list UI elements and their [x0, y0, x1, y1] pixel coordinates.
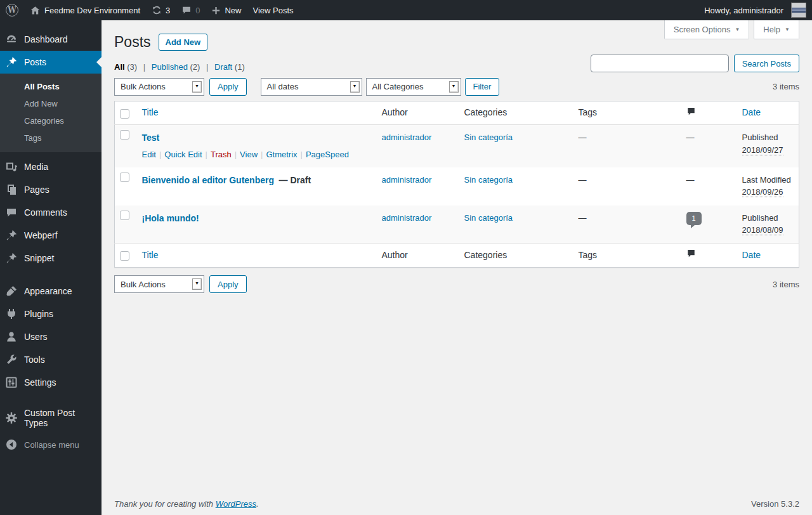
category-link[interactable]: Sin categoría	[464, 133, 513, 142]
sidebar-item-snippet[interactable]: Snippet	[0, 247, 102, 270]
search-input[interactable]	[591, 55, 729, 72]
bulk-actions-select[interactable]: Bulk Actions ▼	[114, 78, 204, 96]
brush-icon	[5, 285, 18, 297]
column-date-sort[interactable]: Date	[742, 250, 761, 260]
comments-menu[interactable]: 0	[176, 0, 206, 20]
column-author: Author	[382, 250, 408, 260]
pagespeed-link[interactable]: PageSpeed	[306, 150, 349, 159]
row-checkbox[interactable]	[120, 130, 129, 140]
my-account-menu[interactable]: Howdy, administrador	[698, 0, 812, 20]
sidebar-item-label: Plugins	[24, 309, 53, 319]
posts-submenu: All Posts Add New Categories Tags	[0, 74, 102, 152]
sidebar-item-label: Dashboard	[24, 34, 68, 44]
post-title-link[interactable]: ¡Hola mundo!	[142, 213, 199, 223]
bulk-actions-value: Bulk Actions	[121, 82, 166, 91]
new-content-menu[interactable]: New	[206, 0, 247, 20]
comments-column-icon[interactable]	[686, 249, 696, 258]
separator: |	[298, 150, 306, 159]
sidebar-item-dashboard[interactable]: Dashboard	[0, 28, 102, 51]
row-checkbox[interactable]	[120, 211, 129, 220]
sidebar-item-users[interactable]: Users	[0, 325, 102, 348]
dashboard-icon	[5, 33, 18, 46]
submenu-categories[interactable]: Categories	[0, 112, 102, 129]
collapse-menu-button[interactable]: Collapse menu	[0, 433, 102, 456]
submenu-add-new[interactable]: Add New	[0, 95, 102, 112]
site-name-menu[interactable]: Feedme Dev Environment	[24, 0, 146, 20]
view-link[interactable]: View	[240, 150, 258, 159]
author-link[interactable]: administrador	[382, 133, 432, 142]
sidebar-item-label: Tools	[24, 355, 45, 365]
table-row: Bienvenido al editor Gutenberg — Draft a…	[115, 167, 799, 205]
screen-options-button[interactable]: Screen Options ▼	[664, 20, 750, 39]
trash-link[interactable]: Trash	[211, 150, 232, 159]
add-new-button[interactable]: Add New	[159, 34, 208, 51]
author-link[interactable]: administrador	[382, 175, 432, 185]
search-posts-button[interactable]: Search Posts	[734, 55, 799, 72]
wp-logo-menu[interactable]: W	[0, 0, 24, 20]
comment-count-bubble[interactable]: 1	[686, 212, 702, 225]
sidebar-item-comments[interactable]: Comments	[0, 201, 102, 224]
column-date-sort[interactable]: Date	[742, 107, 761, 117]
column-author: Author	[382, 107, 408, 117]
chevron-down-icon: ▼	[785, 27, 790, 32]
post-title-link[interactable]: Test	[142, 133, 160, 143]
view-published-count: (2)	[190, 62, 200, 72]
site-name-label: Feedme Dev Environment	[44, 6, 140, 15]
quick-edit-link[interactable]: Quick Edit	[164, 150, 202, 159]
tablenav-bottom: Bulk Actions ▼ Apply 3 items	[114, 275, 799, 293]
edit-link[interactable]: Edit	[142, 150, 156, 159]
tags-empty: —	[579, 133, 587, 142]
dates-filter-select[interactable]: All dates ▼	[261, 78, 362, 96]
view-all-link[interactable]: All	[114, 62, 125, 72]
column-title-sort[interactable]: Title	[142, 250, 159, 260]
sidebar-item-appearance[interactable]: Appearance	[0, 280, 102, 303]
user-avatar	[791, 3, 806, 18]
date-status: Published	[742, 213, 778, 223]
updates-menu[interactable]: 3	[146, 0, 176, 20]
gtmetrix-link[interactable]: Gtmetrix	[266, 150, 297, 159]
admin-bar: W Feedme Dev Environment 3 0	[0, 0, 812, 20]
categories-filter-select[interactable]: All Categories ▼	[366, 78, 461, 96]
sidebar-item-settings[interactable]: Settings	[0, 371, 102, 394]
apply-button[interactable]: Apply	[209, 78, 247, 96]
select-arrow-icon: ▼	[192, 81, 202, 93]
select-all-checkbox[interactable]	[120, 109, 129, 119]
footer-thanks-text: Thank you for creating with	[114, 499, 213, 509]
submenu-tags[interactable]: Tags	[0, 129, 102, 147]
date-status: Last Modified	[742, 175, 791, 185]
select-all-checkbox[interactable]	[120, 251, 129, 261]
bulk-actions-select-bottom[interactable]: Bulk Actions ▼	[114, 275, 204, 293]
collapse-arrow-icon	[5, 438, 18, 451]
sidebar-item-custom-post-types[interactable]: Custom Post Types	[0, 403, 102, 433]
sidebar-item-label: Media	[24, 162, 48, 172]
wordpress-link[interactable]: WordPress	[216, 499, 256, 509]
sidebar-item-tools[interactable]: Tools	[0, 348, 102, 371]
sidebar-item-posts[interactable]: Posts	[0, 51, 102, 74]
select-arrow-icon: ▼	[449, 81, 459, 93]
row-checkbox[interactable]	[120, 173, 129, 182]
category-link[interactable]: Sin categoría	[464, 213, 513, 223]
column-title-sort[interactable]: Title	[142, 107, 159, 117]
wordpress-logo-icon: W	[6, 4, 18, 16]
user-icon	[5, 330, 18, 343]
sidebar-item-label: Comments	[24, 207, 67, 218]
table-header-row: Title Author Categories Tags Date	[115, 101, 799, 125]
category-link[interactable]: Sin categoría	[464, 175, 513, 185]
view-published-link[interactable]: Published	[152, 62, 188, 72]
sidebar-item-plugins[interactable]: Plugins	[0, 303, 102, 325]
view-draft-link[interactable]: Draft	[214, 62, 232, 72]
sidebar-item-webperf[interactable]: Webperf	[0, 224, 102, 247]
submenu-all-posts[interactable]: All Posts	[0, 78, 102, 95]
author-link[interactable]: administrador	[382, 213, 432, 223]
comments-column-icon[interactable]	[686, 107, 696, 116]
post-title-link[interactable]: Bienvenido al editor Gutenberg	[142, 175, 274, 185]
filter-button[interactable]: Filter	[465, 78, 500, 96]
view-posts-menu[interactable]: View Posts	[247, 0, 299, 20]
updates-count: 3	[166, 6, 170, 15]
search-box: Search Posts	[591, 55, 799, 72]
footer-period: .	[256, 499, 259, 509]
sidebar-item-pages[interactable]: Pages	[0, 178, 102, 201]
sidebar-item-media[interactable]: Media	[0, 155, 102, 178]
apply-button-bottom[interactable]: Apply	[209, 275, 247, 293]
help-button[interactable]: Help ▼	[754, 20, 799, 39]
